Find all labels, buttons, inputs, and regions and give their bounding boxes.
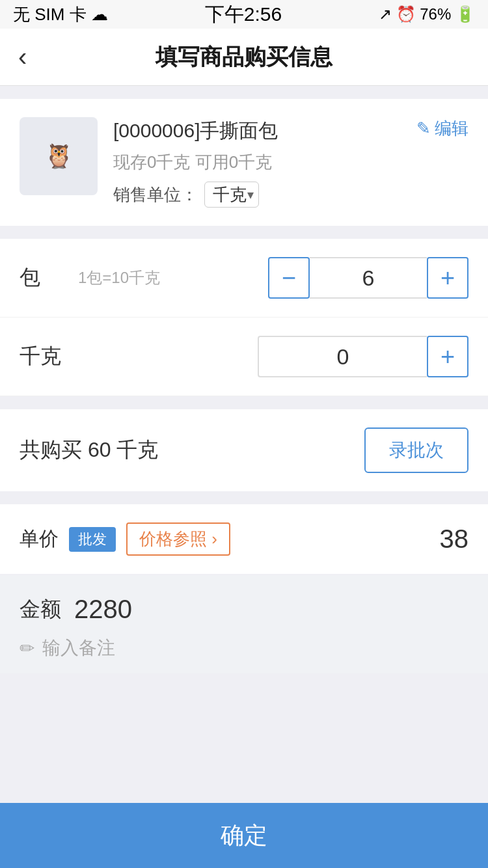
- package-sub-label: 1包=10千克: [78, 267, 160, 288]
- back-button[interactable]: ‹: [18, 42, 27, 72]
- price-reference-button[interactable]: 价格参照 ›: [126, 522, 230, 556]
- status-time: 下午2:56: [205, 1, 282, 28]
- unit-label: 销售单位：: [113, 183, 198, 206]
- unit-select[interactable]: 千克: [204, 182, 259, 208]
- remark-label: 输入备注: [42, 636, 115, 660]
- product-info: [0000006]手撕面包 现存0千克 可用0千克 销售单位： 千克: [113, 117, 468, 208]
- amount-label: 金额: [20, 595, 61, 624]
- kg-label: 千克: [20, 342, 72, 371]
- price-label: 单价: [20, 526, 59, 552]
- package-plus-button[interactable]: +: [427, 257, 468, 299]
- product-logo-icon: 🦉: [44, 142, 74, 170]
- remark-row[interactable]: ✏ 输入备注: [20, 636, 468, 660]
- status-bar: 无 SIM 卡 ☁ 下午2:56 ↗ ⏰ 76% 🔋: [0, 0, 488, 29]
- package-minus-button[interactable]: −: [268, 257, 310, 299]
- amount-value: 2280: [74, 595, 132, 624]
- battery-level: ↗ ⏰ 76% 🔋: [379, 5, 475, 23]
- product-unit-row: 销售单位： 千克: [113, 182, 468, 208]
- total-row: 共购买 60 千克 录批次: [0, 409, 488, 491]
- unit-select-wrap[interactable]: 千克: [204, 182, 259, 208]
- product-thumbnail: 🦉: [20, 117, 98, 195]
- kg-plus-button[interactable]: +: [427, 336, 468, 377]
- pencil-icon: ✏: [20, 638, 34, 659]
- status-right: ↗ ⏰ 76% 🔋: [379, 5, 475, 23]
- product-card: 🦉 [0000006]手撕面包 现存0千克 可用0千克 销售单位： 千克 ✎ 编…: [0, 99, 488, 226]
- package-section: 包 1包=10千克 − + 千克 +: [0, 239, 488, 396]
- price-tag: 批发: [69, 527, 116, 552]
- price-section: 单价 批发 价格参照 › 38: [0, 504, 488, 574]
- edit-icon: ✎: [416, 118, 431, 139]
- nav-bar: ‹ 填写商品购买信息: [0, 29, 488, 86]
- package-row: 包 1包=10千克 − +: [0, 239, 488, 318]
- price-value: 38: [440, 524, 469, 554]
- edit-label: 编辑: [435, 117, 468, 140]
- product-name: [0000006]手撕面包: [113, 117, 468, 144]
- amount-section: 金额 2280 ✏ 输入备注: [0, 575, 488, 673]
- total-text: 共购买 60 千克: [20, 436, 158, 465]
- sim-status: 无 SIM 卡 ☁: [13, 3, 108, 26]
- page-title: 填写商品购买信息: [156, 42, 332, 72]
- confirm-button[interactable]: 确定: [221, 820, 267, 852]
- package-input[interactable]: [310, 257, 427, 299]
- content-spacer: [0, 673, 488, 803]
- batch-button[interactable]: 录批次: [364, 427, 468, 473]
- status-left: 无 SIM 卡 ☁: [13, 3, 108, 26]
- amount-row: 金额 2280: [20, 595, 468, 624]
- package-label: 包: [20, 264, 72, 292]
- kg-controls: +: [258, 336, 468, 377]
- product-stock: 现存0千克 可用0千克: [113, 151, 468, 174]
- kg-row: 千克 +: [0, 318, 488, 396]
- edit-button[interactable]: ✎ 编辑: [416, 117, 468, 140]
- kg-input[interactable]: [258, 336, 427, 377]
- price-row: 单价 批发 价格参照 › 38: [20, 522, 468, 556]
- confirm-bar[interactable]: 确定: [0, 803, 488, 868]
- package-controls: − +: [268, 257, 468, 299]
